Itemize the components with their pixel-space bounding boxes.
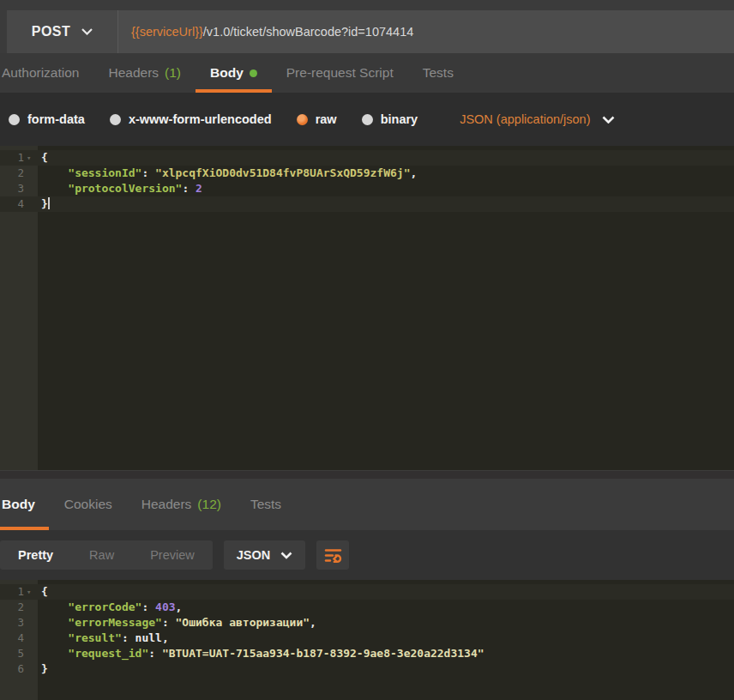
radio-label: binary: [381, 112, 418, 126]
tab-label: Pre-request Script: [286, 65, 394, 81]
button-label: Raw: [89, 548, 114, 562]
request-body-editor[interactable]: 1▾{2 "sessionId": "xlpcqfXiOD0dv51D84fvP…: [0, 146, 734, 470]
tab-response-headers[interactable]: Headers(12): [141, 479, 221, 530]
chevron-down-icon: [602, 116, 615, 124]
line-number: 5: [0, 646, 24, 661]
radio-label: form-data: [27, 112, 85, 126]
raw-button[interactable]: Raw: [71, 540, 132, 570]
method-selector[interactable]: POST: [7, 10, 117, 53]
pretty-button[interactable]: Pretty: [0, 540, 71, 570]
code-text: "errorMessage": "Ошибка авторизации",: [41, 616, 316, 629]
tab-label: Cookies: [64, 497, 112, 512]
radio-icon: [362, 114, 373, 125]
button-label: Pretty: [18, 548, 53, 562]
tab-response-tests[interactable]: Tests: [250, 479, 281, 530]
response-toolbar: Pretty Raw Preview JSON: [0, 530, 734, 580]
tab-body[interactable]: Body: [210, 53, 257, 93]
code-line[interactable]: 5 "request_id": "BTUAT=UAT-715aa934-b187…: [0, 646, 734, 661]
wrap-text-icon: [323, 546, 343, 565]
line-number: 6: [0, 661, 24, 677]
wrap-text-button[interactable]: [316, 540, 349, 570]
tab-label: Tests: [250, 497, 281, 512]
response-tabs: Body Cookies Headers(12) Tests: [0, 479, 734, 530]
radio-icon: [110, 114, 121, 125]
body-filled-dot-icon: [250, 69, 257, 77]
radio-label: raw: [316, 112, 337, 126]
fold-caret-icon[interactable]: ▾: [27, 584, 31, 600]
tab-label: Headers: [108, 65, 159, 81]
tab-response-cookies[interactable]: Cookies: [64, 479, 112, 530]
tab-pre-request-script[interactable]: Pre-request Script: [286, 53, 394, 93]
code-text: {: [41, 585, 48, 598]
radio-icon: [9, 114, 20, 125]
tab-response-body[interactable]: Body: [2, 479, 35, 530]
method-label: POST: [32, 24, 71, 39]
tab-label: Authorization: [2, 65, 79, 81]
tab-headers[interactable]: Headers(1): [108, 53, 181, 93]
code-line[interactable]: 1▾{: [0, 584, 734, 600]
section-divider: [0, 470, 734, 479]
preview-button[interactable]: Preview: [132, 540, 213, 570]
code-line[interactable]: 4}: [0, 196, 734, 212]
response-format-selector[interactable]: JSON: [224, 540, 306, 570]
chevron-down-icon: [81, 28, 93, 35]
line-number: 4: [0, 196, 24, 212]
radio-raw[interactable]: raw: [297, 112, 337, 126]
radio-label: x-www-form-urlencoded: [129, 112, 272, 126]
fold-caret-icon[interactable]: ▾: [27, 150, 31, 166]
code-text: }: [41, 662, 48, 675]
request-tabs: Authorization Headers(1) Body Pre-reques…: [0, 53, 734, 93]
request-bar: POST {{serviceUrl}}/v1.0/ticket/showBarc…: [7, 10, 734, 53]
tab-authorization[interactable]: Authorization: [2, 53, 79, 93]
code-text: "sessionId": "xlpcqfXiOD0dv51D84fvP8UArS…: [41, 166, 417, 179]
tab-tests[interactable]: Tests: [423, 53, 454, 93]
code-text: }: [41, 197, 50, 210]
body-type-row: form-data x-www-form-urlencoded raw bina…: [0, 93, 734, 146]
line-number: 3: [0, 181, 24, 196]
code-line[interactable]: 4 "result": null,: [0, 631, 734, 646]
code-text: "protocolVersion": 2: [41, 182, 202, 195]
button-label: Preview: [150, 548, 195, 562]
code-line[interactable]: 2 "errorCode": 403,: [0, 600, 734, 615]
code-line[interactable]: 3 "protocolVersion": 2: [0, 181, 734, 196]
line-number: 4: [0, 631, 24, 646]
code-line[interactable]: 3 "errorMessage": "Ошибка авторизации",: [0, 615, 734, 631]
url-input[interactable]: {{serviceUrl}}/v1.0/ticket/showBarcode?i…: [118, 10, 734, 53]
code-text: "errorCode": 403,: [41, 600, 182, 613]
radio-binary[interactable]: binary: [362, 112, 418, 126]
url-variable: {{serviceUrl}}: [131, 25, 203, 39]
tab-label: Tests: [423, 65, 454, 81]
line-number: 2: [0, 600, 24, 615]
code-line[interactable]: 2 "sessionId": "xlpcqfXiOD0dv51D84fvP8UA…: [0, 166, 734, 181]
line-number: 2: [0, 166, 24, 181]
tab-label: Body: [210, 65, 244, 81]
line-number: 3: [0, 615, 24, 631]
url-path: /v1.0/ticket/showBarcode?id=1074414: [203, 25, 413, 39]
response-body-editor[interactable]: 1▾{2 "errorCode": 403,3 "errorMessage": …: [0, 580, 734, 700]
code-text: {: [41, 151, 48, 164]
text-cursor: [48, 197, 50, 209]
headers-count: (1): [165, 65, 181, 81]
content-type-label: JSON (application/json): [460, 112, 590, 126]
line-number: 1: [0, 150, 24, 166]
format-label: JSON: [237, 548, 271, 562]
code-text: "result": null,: [41, 631, 169, 644]
headers-count: (12): [197, 497, 221, 512]
tab-label: Headers: [141, 497, 192, 512]
radio-selected-icon: [297, 114, 308, 125]
chevron-down-icon: [280, 552, 292, 559]
code-text: "request_id": "BTUAT=UAT-715aa934-b187-8…: [41, 647, 484, 660]
radio-form-data[interactable]: form-data: [9, 112, 85, 126]
line-number: 1: [0, 584, 24, 600]
view-mode-group: Pretty Raw Preview: [0, 540, 213, 570]
tab-label: Body: [2, 497, 35, 512]
radio-urlencoded[interactable]: x-www-form-urlencoded: [110, 112, 272, 126]
code-line[interactable]: 6}: [0, 661, 734, 677]
code-line[interactable]: 1▾{: [0, 150, 734, 166]
content-type-selector[interactable]: JSON (application/json): [460, 112, 615, 126]
